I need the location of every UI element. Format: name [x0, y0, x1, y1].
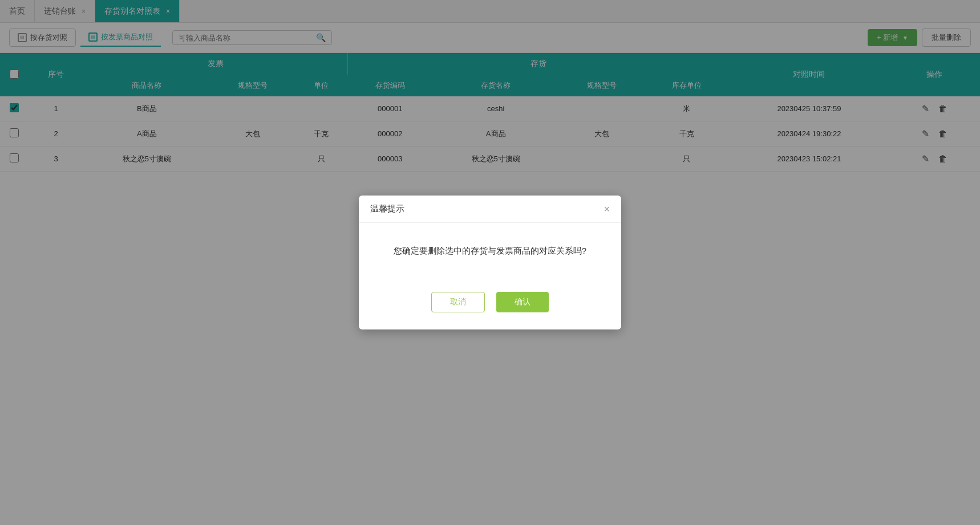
- modal-close-button[interactable]: ×: [604, 204, 610, 214]
- modal-header: 温馨提示 ×: [359, 196, 621, 223]
- modal-body: 您确定要删除选中的存货与发票商品的对应关系吗?: [359, 223, 621, 292]
- modal-overlay: 温馨提示 × 您确定要删除选中的存货与发票商品的对应关系吗? 取消 确认: [0, 0, 980, 525]
- btn-confirm[interactable]: 确认: [496, 292, 549, 312]
- btn-cancel[interactable]: 取消: [431, 292, 485, 312]
- modal: 温馨提示 × 您确定要删除选中的存货与发票商品的对应关系吗? 取消 确认: [359, 196, 621, 329]
- modal-footer: 取消 确认: [359, 292, 621, 329]
- modal-title: 温馨提示: [370, 204, 404, 214]
- modal-message: 您确定要删除选中的存货与发票商品的对应关系吗?: [376, 246, 604, 257]
